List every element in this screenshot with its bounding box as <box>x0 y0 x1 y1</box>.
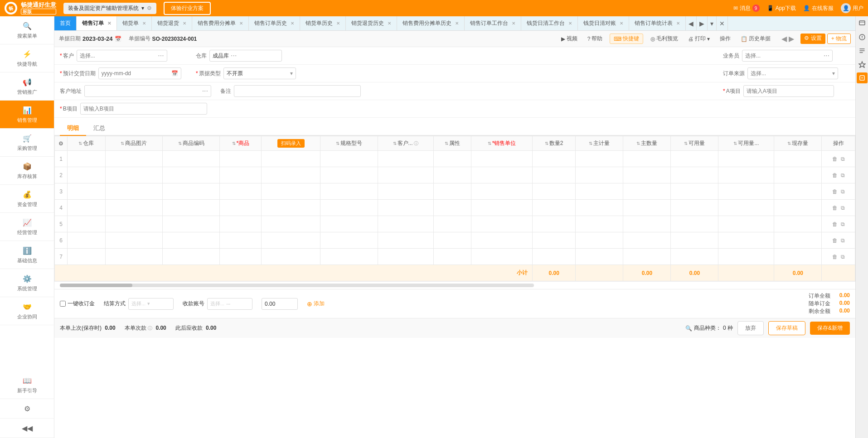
row-1-warehouse[interactable] <box>68 151 106 167</box>
row-3-main-unit[interactable] <box>576 183 623 200</box>
tab-fee-history-close[interactable]: ✕ <box>455 21 459 26</box>
row-1-main-qty[interactable] <box>623 151 671 167</box>
row-2-image[interactable] <box>105 167 162 183</box>
row-6-customer-code[interactable] <box>378 232 433 249</box>
col-spec[interactable]: ⇅ 规格型号 <box>320 136 378 151</box>
right-panel-btn-1[interactable] <box>857 18 868 29</box>
row-3-spec[interactable] <box>320 183 378 200</box>
row-5-main-qty[interactable] <box>623 216 671 232</box>
row-6-main-unit[interactable] <box>576 232 623 249</box>
row-2-delete-icon[interactable]: 🗑 <box>832 172 838 178</box>
sidebar-item-enterprise[interactable]: 🤝 企业协同 <box>0 297 54 325</box>
sidebar-item-search[interactable]: 🔍 搜索菜单 <box>0 16 54 44</box>
col-customer-code[interactable]: ⇅ 客户... ⓘ <box>378 136 433 151</box>
row-3-actions[interactable]: 🗑 ⧉ <box>822 183 855 200</box>
row-7-sales-unit[interactable] <box>471 249 533 265</box>
tab-detail[interactable]: 明细 <box>60 121 86 136</box>
row-3-available[interactable] <box>671 183 718 200</box>
tab-stats[interactable]: 销售订单统计表 ✕ <box>629 16 686 31</box>
tab-stats-close[interactable]: ✕ <box>676 21 680 26</box>
operation-btn[interactable]: 操作 <box>717 34 733 43</box>
tab-list[interactable]: ▾ <box>708 16 717 31</box>
address-input[interactable] <box>87 88 200 94</box>
row-4-image[interactable] <box>105 200 162 216</box>
row-3-warehouse[interactable] <box>68 183 106 200</box>
row-5-product[interactable] <box>220 216 262 232</box>
salesperson-input[interactable] <box>745 53 822 59</box>
row-1-sales-unit[interactable] <box>471 151 533 167</box>
row-3-image[interactable] <box>105 183 162 200</box>
row-6-copy-icon[interactable]: ⧉ <box>841 237 845 244</box>
tab-sales-slip-close[interactable]: ✕ <box>142 21 146 26</box>
row-1-available[interactable] <box>671 151 718 167</box>
discard-btn[interactable]: 放弃 <box>737 321 764 335</box>
row-4-code[interactable] <box>163 200 220 216</box>
row-2-available[interactable] <box>671 167 718 183</box>
row-3-main-qty[interactable] <box>623 183 671 200</box>
order-source-wrapper[interactable]: ▾ <box>747 67 838 79</box>
row-3-customer-code[interactable] <box>378 183 433 200</box>
sidebar-collapse[interactable]: ◀◀ <box>0 419 54 438</box>
row-5-warehouse[interactable] <box>68 216 106 232</box>
row-4-warehouse[interactable] <box>68 200 106 216</box>
sidebar-item-finance[interactable]: 💰 资金管理 <box>0 185 54 213</box>
row-5-main-unit[interactable] <box>576 216 623 232</box>
row-1-stock[interactable] <box>774 151 822 167</box>
row-2-stock[interactable] <box>774 167 822 183</box>
col-stock[interactable]: ⇅ 现存量 <box>774 136 822 151</box>
system-title[interactable]: 装备及固定资产辅助管理系统 ▾ ⚙ <box>63 3 156 14</box>
tab-sales-fee-close[interactable]: ✕ <box>239 21 243 26</box>
row-1-product[interactable] <box>220 151 262 167</box>
row-5-available2[interactable] <box>718 216 774 232</box>
row-6-warehouse[interactable] <box>68 232 106 249</box>
row-7-actions[interactable]: 🗑 ⧉ <box>822 249 855 265</box>
row-6-attributes[interactable] <box>433 232 471 249</box>
row-3-qty2[interactable] <box>532 183 576 200</box>
row-7-stock[interactable] <box>774 249 822 265</box>
row-7-scan[interactable] <box>262 249 320 265</box>
row-6-qty2[interactable] <box>532 232 576 249</box>
row-4-product[interactable] <box>220 200 262 216</box>
tab-sales-return[interactable]: 销货退货 ✕ <box>152 16 192 31</box>
tab-workbench-close[interactable]: ✕ <box>512 21 515 26</box>
row-2-code[interactable] <box>163 167 220 183</box>
sidebar-item-purchase[interactable]: 🛒 采购管理 <box>0 129 54 157</box>
row-7-spec[interactable] <box>320 249 378 265</box>
calendar-icon[interactable]: 📅 <box>115 36 121 42</box>
account-expand-icon[interactable]: ··· <box>226 301 230 307</box>
save-new-btn[interactable]: 保存&新增 <box>810 322 850 335</box>
row-7-copy-icon[interactable]: ⧉ <box>841 254 845 260</box>
right-panel-btn-3[interactable] <box>857 45 868 56</box>
row-2-qty2[interactable] <box>532 167 576 183</box>
amount-input-wrapper[interactable]: 0.00 <box>262 298 298 310</box>
table-settings-icon[interactable]: ⚙ <box>58 140 63 147</box>
tab-next[interactable]: ▶ <box>697 16 708 31</box>
tab-daily-clear[interactable]: 钱货日清工作台 ✕ <box>521 16 578 31</box>
row-4-copy-icon[interactable]: ⧉ <box>841 205 845 211</box>
salesperson-expand-icon[interactable]: ··· <box>824 52 829 60</box>
row-3-code[interactable] <box>163 183 220 200</box>
tab-sales-order-close[interactable]: ✕ <box>107 21 111 26</box>
row-7-warehouse[interactable] <box>68 249 106 265</box>
row-4-available[interactable] <box>671 200 718 216</box>
online-service-item[interactable]: 👤 在线客服 <box>803 5 834 12</box>
row-4-sales-unit[interactable] <box>471 200 533 216</box>
row-3-attributes[interactable] <box>433 183 471 200</box>
notification-item[interactable]: ✉ 消息 9 <box>733 5 760 12</box>
tab-reconciliation[interactable]: 钱货日清对账 ✕ <box>578 16 629 31</box>
row-6-scan[interactable] <box>262 232 320 249</box>
user-item[interactable]: 👤 用户 <box>841 3 863 13</box>
row-1-main-unit[interactable] <box>576 151 623 167</box>
row-2-sales-unit[interactable] <box>471 167 533 183</box>
row-2-warehouse[interactable] <box>68 167 106 183</box>
tab-prev[interactable]: ◀ <box>686 16 697 31</box>
row-1-actions[interactable]: 🗑 ⧉ <box>822 151 855 167</box>
row-5-customer-code[interactable] <box>378 216 433 232</box>
delivery-date-input[interactable] <box>102 70 170 77</box>
row-1-customer-code[interactable] <box>378 151 433 167</box>
tab-sales-fee[interactable]: 销售费用分摊单 ✕ <box>192 16 249 31</box>
row-3-scan[interactable] <box>262 183 320 200</box>
row-3-product[interactable] <box>220 183 262 200</box>
col-settings[interactable]: ⚙ <box>55 136 68 151</box>
row-1-available2[interactable] <box>718 151 774 167</box>
